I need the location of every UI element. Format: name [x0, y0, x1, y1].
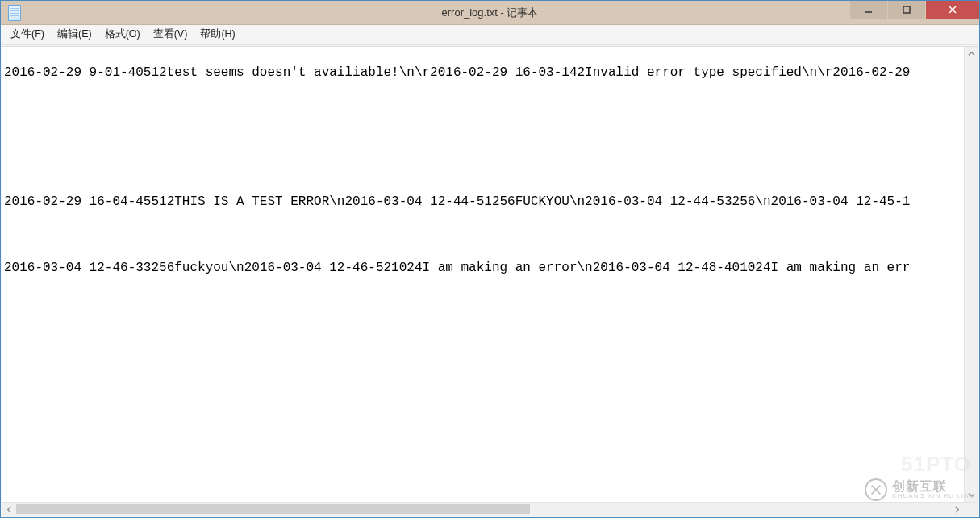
chevron-right-icon	[953, 506, 961, 513]
text-blank-line	[4, 97, 962, 113]
horizontal-scroll-thumb[interactable]	[16, 504, 530, 514]
close-button[interactable]	[926, 1, 979, 19]
text-line: 2016-03-04 12-46-33256fuckyou\n2016-03-0…	[4, 260, 962, 276]
menu-edit[interactable]: 编辑(E)	[51, 26, 98, 43]
scroll-left-button[interactable]	[2, 503, 16, 516]
svg-rect-1	[903, 6, 910, 13]
chevron-up-icon	[968, 50, 975, 57]
text-editor[interactable]: 2016-02-29 9-01-40512test seems doesn't …	[2, 47, 964, 502]
minimize-button[interactable]	[850, 1, 887, 19]
scroll-up-button[interactable]	[965, 47, 978, 61]
editor-frame: 2016-02-29 9-01-40512test seems doesn't …	[2, 46, 978, 516]
menu-file[interactable]: 文件(F)	[4, 26, 51, 43]
chevron-left-icon	[6, 506, 13, 513]
notepad-window: error_log.txt - 记事本 文件(F) 编辑(E) 格式(O) 查看…	[0, 0, 980, 518]
vertical-scrollbar[interactable]	[964, 47, 978, 502]
menu-format[interactable]: 格式(O)	[98, 26, 147, 43]
text-blank-line	[4, 129, 962, 145]
title-bar[interactable]: error_log.txt - 记事本	[1, 1, 979, 25]
menu-help[interactable]: 帮助(H)	[194, 26, 241, 43]
close-icon	[948, 5, 957, 15]
text-blank-line	[4, 161, 962, 178]
chevron-down-icon	[968, 491, 975, 499]
window-title: error_log.txt - 记事本	[1, 6, 979, 20]
maximize-button[interactable]	[888, 1, 925, 19]
text-line: 2016-02-29 16-04-45512THIS IS A TEST ERR…	[4, 194, 962, 210]
maximize-icon	[902, 5, 911, 15]
menu-view[interactable]: 查看(V)	[147, 26, 194, 43]
scroll-down-button[interactable]	[965, 488, 978, 502]
window-controls	[850, 1, 979, 24]
scrollbar-corner	[964, 503, 978, 516]
menu-bar: 文件(F) 编辑(E) 格式(O) 查看(V) 帮助(H)	[1, 25, 979, 44]
horizontal-scrollbar[interactable]	[2, 502, 978, 516]
text-line: 2016-02-29 9-01-40512test seems doesn't …	[4, 65, 962, 81]
horizontal-scroll-track[interactable]	[16, 503, 950, 516]
scroll-right-button[interactable]	[950, 503, 964, 516]
minimize-icon	[864, 5, 874, 15]
client-area: 2016-02-29 9-01-40512test seems doesn't …	[1, 44, 979, 517]
vertical-scroll-track[interactable]	[965, 61, 978, 488]
app-icon	[1, 5, 28, 21]
notepad-document-icon	[8, 5, 21, 21]
text-blank-line	[4, 226, 962, 244]
